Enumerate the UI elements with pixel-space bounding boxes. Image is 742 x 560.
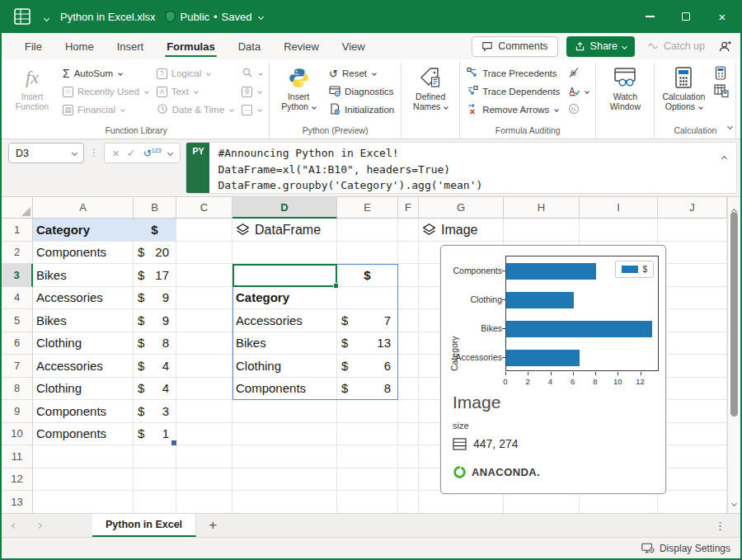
maximize-button[interactable] bbox=[668, 0, 704, 33]
dataframe-card-chip[interactable]: DataFrame bbox=[236, 219, 321, 241]
cell-C1[interactable] bbox=[176, 219, 232, 242]
cell-A6[interactable]: Clothing bbox=[33, 332, 134, 355]
cell-F8[interactable] bbox=[398, 378, 419, 401]
cell-G13[interactable] bbox=[419, 491, 504, 513]
vertical-scrollbar[interactable] bbox=[727, 197, 740, 513]
column-header-f[interactable]: F bbox=[398, 197, 419, 219]
cell-A7[interactable]: Accessories bbox=[33, 355, 134, 378]
sheet-tab-overflow[interactable]: ⋮ bbox=[715, 514, 726, 537]
cell-C11[interactable] bbox=[176, 445, 232, 468]
row-header-1[interactable]: 1 bbox=[2, 219, 33, 242]
cell-F12[interactable] bbox=[398, 468, 419, 492]
trace-dependents-button[interactable]: Trace Dependents bbox=[465, 82, 561, 101]
cell-C13[interactable] bbox=[176, 491, 232, 513]
cell-B12[interactable] bbox=[134, 468, 176, 492]
cell-E1[interactable] bbox=[337, 219, 398, 242]
show-formulas-button[interactable]: fx bbox=[566, 64, 590, 82]
column-header-a[interactable]: A bbox=[33, 197, 134, 219]
cell-C5[interactable] bbox=[176, 309, 232, 332]
next-sheet-icon[interactable] bbox=[26, 514, 51, 537]
cell-E12[interactable] bbox=[337, 468, 398, 492]
error-checking-button[interactable]: A bbox=[566, 82, 590, 101]
cell-A2[interactable]: Components bbox=[33, 242, 134, 265]
diagnostics-button[interactable]: Diagnostics bbox=[327, 82, 396, 101]
cell-E10[interactable] bbox=[337, 423, 398, 446]
cell-B2[interactable]: $20 bbox=[134, 242, 176, 265]
cell-D10[interactable] bbox=[232, 423, 337, 446]
cell-B11[interactable] bbox=[134, 445, 176, 468]
row-header-9[interactable]: 9 bbox=[2, 400, 33, 423]
ribbon-tab-formulas[interactable]: Formulas bbox=[157, 33, 225, 59]
cell-J1[interactable] bbox=[658, 219, 727, 242]
ribbon-tab-data[interactable]: Data bbox=[228, 33, 270, 59]
cell-E6[interactable]: $13 bbox=[337, 332, 398, 355]
image-preview-card[interactable]: Category$ComponentsClothingBikesAccessor… bbox=[440, 245, 666, 494]
column-header-j[interactable]: J bbox=[658, 197, 727, 219]
cell-A5[interactable]: Bikes bbox=[33, 309, 134, 332]
cell-D2[interactable] bbox=[232, 242, 337, 265]
defined-names-button[interactable]: DefinedNames bbox=[406, 64, 454, 111]
row-header-2[interactable]: 2 bbox=[2, 242, 33, 265]
cell-B6[interactable]: $8 bbox=[134, 332, 176, 355]
cell-B8[interactable]: $4 bbox=[134, 378, 176, 401]
cell-D13[interactable] bbox=[232, 491, 337, 513]
calculate-now-button[interactable] bbox=[712, 64, 730, 82]
logical-button[interactable]: ?Logical bbox=[155, 64, 235, 82]
excel-app-icon[interactable] bbox=[13, 7, 31, 26]
cell-C8[interactable] bbox=[176, 378, 232, 401]
column-header-g[interactable]: G bbox=[419, 197, 504, 219]
scrollbar-thumb[interactable] bbox=[730, 212, 738, 416]
row-header-4[interactable]: 4 bbox=[2, 287, 33, 310]
cell-J8[interactable] bbox=[658, 378, 727, 401]
cell-F5[interactable] bbox=[398, 309, 419, 332]
cell-E3[interactable]: $ bbox=[337, 264, 398, 287]
cell-J6[interactable] bbox=[658, 332, 727, 355]
cell-B1[interactable]: $ bbox=[134, 219, 176, 242]
cell-C4[interactable] bbox=[176, 287, 232, 310]
ribbon-tab-file[interactable]: File bbox=[15, 33, 52, 59]
cell-B4[interactable]: $9 bbox=[134, 287, 176, 310]
cell-E8[interactable]: $8 bbox=[337, 378, 398, 401]
people-icon[interactable] bbox=[718, 40, 732, 53]
cell-J12[interactable] bbox=[658, 468, 727, 492]
cell-J13[interactable] bbox=[658, 491, 727, 513]
cell-A13[interactable] bbox=[33, 491, 134, 513]
cell-A8[interactable]: Clothing bbox=[33, 378, 134, 401]
share-button[interactable]: Share bbox=[566, 36, 635, 57]
python-code[interactable]: #Announcing Python in Excel!DataFrame=xl… bbox=[209, 143, 482, 193]
ribbon-tab-insert[interactable]: Insert bbox=[107, 33, 154, 59]
cell-D6[interactable]: Bikes bbox=[232, 332, 337, 355]
cell-D9[interactable] bbox=[232, 400, 337, 423]
cell-C2[interactable] bbox=[176, 242, 232, 265]
cell-F13[interactable] bbox=[398, 491, 419, 513]
cell-B13[interactable] bbox=[134, 491, 176, 513]
cell-D5[interactable]: Accessories bbox=[232, 309, 337, 332]
cell-J3[interactable] bbox=[658, 264, 727, 287]
cell-B5[interactable]: $9 bbox=[134, 309, 176, 332]
date-time-button[interactable]: Date & Time bbox=[155, 101, 235, 119]
column-header-b[interactable]: B bbox=[134, 197, 176, 219]
cell-E7[interactable]: $6 bbox=[337, 355, 398, 378]
cell-J7[interactable] bbox=[658, 355, 727, 378]
initialization-button[interactable]: Initialization bbox=[327, 101, 396, 119]
cell-D11[interactable] bbox=[232, 445, 337, 468]
row-header-7[interactable]: 7 bbox=[2, 355, 33, 378]
autosum-button[interactable]: ΣAutoSum bbox=[61, 64, 150, 82]
column-header-d[interactable]: D bbox=[232, 197, 337, 219]
financial-button[interactable]: ▤Financial bbox=[61, 101, 150, 119]
close-button[interactable]: × bbox=[704, 0, 740, 33]
cell-B7[interactable]: $4 bbox=[134, 355, 176, 378]
cell-I13[interactable] bbox=[580, 491, 658, 513]
cell-D12[interactable] bbox=[232, 468, 337, 492]
cell-H13[interactable] bbox=[504, 491, 580, 513]
cell-B9[interactable]: $3 bbox=[134, 400, 176, 423]
row-header-3[interactable]: 3 bbox=[2, 264, 33, 287]
cell-B10[interactable]: $1 bbox=[134, 423, 176, 446]
insert-python-button[interactable]: InsertPython bbox=[275, 64, 322, 111]
cell-A10[interactable]: Components bbox=[33, 423, 134, 446]
cell-A3[interactable]: Bikes bbox=[33, 264, 134, 287]
row-header-10[interactable]: 10 bbox=[2, 423, 33, 446]
cell-C10[interactable] bbox=[176, 423, 232, 446]
cell-F3[interactable] bbox=[398, 264, 419, 287]
text-button[interactable]: AText bbox=[155, 82, 235, 101]
